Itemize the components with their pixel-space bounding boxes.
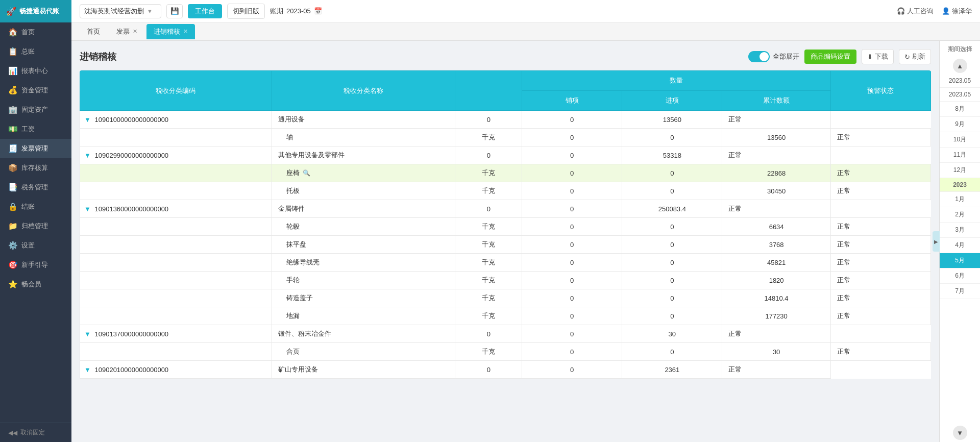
code-setting-button[interactable]: 商品编码设置: [804, 50, 856, 64]
table-cell-total: 30450: [722, 182, 830, 200]
sidebar-item-assets[interactable]: 🏢 固定资产: [0, 100, 71, 119]
table-cell-total: 13560: [622, 111, 722, 129]
service-button[interactable]: 🎧 人工咨询: [897, 7, 934, 16]
scroll-up-button[interactable]: ▲: [953, 59, 967, 73]
member-icon: ⭐: [8, 280, 17, 289]
sidebar-label-inventory: 库存核算: [21, 163, 48, 173]
sidebar-item-guide[interactable]: 🎯 新手引导: [0, 255, 71, 275]
table-cell-sales: 0: [522, 218, 622, 236]
period-display: 账期 2023-05 📅: [270, 7, 322, 16]
refresh-button[interactable]: ↻ 刷新: [899, 49, 931, 64]
sidebar-item-home[interactable]: 🏠 首页: [0, 22, 71, 42]
expand-toggle[interactable]: [748, 51, 770, 62]
table-row-code: [80, 272, 272, 289]
period-item[interactable]: 4月: [940, 238, 980, 253]
table-cell-purchase: 0: [622, 164, 722, 182]
right-panel: ▶ 期间选择 ▲ 2023.052023.058月9月10月11月12月2023…: [939, 41, 980, 442]
table-row: ▼ 10901000000000000000: [80, 111, 272, 129]
collapse-icon[interactable]: ▼: [84, 116, 91, 124]
sidebar-item-close[interactable]: 🔒 结账: [0, 197, 71, 216]
period-item[interactable]: 6月: [940, 268, 980, 284]
user-menu[interactable]: 👤 徐泽华: [942, 7, 972, 16]
collapse-icon[interactable]: ▼: [84, 152, 91, 159]
period-item[interactable]: 2023.05: [940, 74, 980, 88]
sidebar-item-ledger[interactable]: 📋 总账: [0, 42, 71, 61]
table-cell-purchase: 0: [622, 254, 722, 272]
company-selector[interactable]: 沈海英测试经营勿删 ▼: [80, 4, 161, 18]
period-item[interactable]: 12月: [940, 163, 980, 178]
period-item[interactable]: 3月: [940, 223, 980, 238]
period-item[interactable]: 7月: [940, 284, 980, 299]
tab-invoice[interactable]: 发票 ✕: [109, 24, 144, 39]
workbench-button[interactable]: 工作台: [188, 4, 222, 18]
period-item[interactable]: 1月: [940, 192, 980, 207]
save-button[interactable]: 💾: [166, 4, 183, 18]
table-cell-sales: 0: [455, 111, 522, 129]
sidebar-item-member[interactable]: ⭐ 畅会员: [0, 275, 71, 294]
oldver-button[interactable]: 切到旧版: [227, 4, 265, 19]
panel-toggle[interactable]: ▶: [933, 231, 940, 252]
col-tax-name: 税收分类名称: [272, 71, 455, 111]
sidebar-item-archive[interactable]: 📁 归档管理: [0, 216, 71, 236]
expand-label: 全部展开: [773, 52, 799, 61]
table-row-code: [80, 182, 272, 200]
col-total: 累计数额: [722, 91, 830, 111]
tab-home[interactable]: 首页: [80, 24, 107, 39]
collapse-icon[interactable]: ▼: [84, 205, 91, 213]
sidebar-item-salary[interactable]: 💵 工资: [0, 119, 71, 139]
refresh-label: 刷新: [912, 52, 925, 61]
table-cell-sales: 0: [455, 200, 522, 218]
sidebar-label-assets: 固定资产: [21, 105, 48, 114]
period-item[interactable]: 8月: [940, 102, 980, 117]
table-cell-status: 正常: [830, 182, 930, 200]
table-cell-sales: 0: [522, 307, 622, 325]
table-cell-status: 正常: [830, 218, 930, 236]
company-name: 沈海英测试经营勿删: [84, 7, 144, 16]
sidebar-label-reports: 报表中心: [21, 66, 48, 76]
table-cell-status: 正常: [830, 307, 930, 325]
sidebar-item-settings[interactable]: ⚙️ 设置: [0, 236, 71, 255]
table-cell-unit: 千克: [455, 236, 522, 254]
period-item[interactable]: 2023.05: [940, 88, 980, 102]
download-button[interactable]: ⬇ 下载: [862, 49, 894, 64]
content-main: 进销稽核 全部展开 商品编码设置 ⬇ 下载 ↻ 刷新: [71, 41, 939, 442]
settings-icon: ⚙️: [8, 241, 17, 250]
table-cell-sales: 0: [455, 146, 522, 164]
collapse-icon[interactable]: ▼: [84, 330, 91, 338]
table-cell-purchase: 0: [622, 272, 722, 289]
period-value: 2023-05: [286, 7, 311, 15]
sidebar-label-salary: 工资: [21, 125, 35, 134]
table-cell-name: 金属铸件: [272, 200, 455, 218]
close-icon[interactable]: ✕: [183, 28, 188, 35]
collapse-icon[interactable]: ▼: [84, 366, 91, 374]
sidebar-item-funds[interactable]: 💰 资金管理: [0, 81, 71, 100]
period-item[interactable]: 11月: [940, 148, 980, 163]
table-cell-status: 正常: [722, 361, 830, 379]
table-cell-unit: 千克: [455, 129, 522, 146]
save-icon: 💾: [170, 7, 179, 15]
tab-home-label: 首页: [87, 27, 100, 36]
table-cell-sales: 0: [522, 254, 622, 272]
sidebar-item-inventory[interactable]: 📦 库存核算: [0, 158, 71, 178]
period-item[interactable]: 5月: [940, 253, 980, 268]
period-item[interactable]: 9月: [940, 117, 980, 132]
table-cell-status: 正常: [830, 164, 930, 182]
sidebar-unpin[interactable]: ◀◀ 取消固定: [0, 423, 71, 442]
table-cell-unit: 千克: [455, 182, 522, 200]
sidebar-item-invoice[interactable]: 🧾 发票管理: [0, 139, 71, 158]
archive-icon: 📁: [8, 222, 17, 231]
close-account-icon: 🔒: [8, 202, 17, 211]
table-cell-name: 其他专用设备及零部件: [272, 146, 455, 164]
sidebar-item-reports[interactable]: 📊 报表中心: [0, 61, 71, 81]
close-icon[interactable]: ✕: [133, 28, 137, 35]
sidebar-label-archive: 归档管理: [21, 222, 48, 231]
period-item[interactable]: 10月: [940, 132, 980, 148]
period-item[interactable]: 2月: [940, 207, 980, 223]
table-cell-unit: 千克: [455, 164, 522, 182]
sidebar-item-tax[interactable]: 📑 税务管理: [0, 178, 71, 197]
search-icon[interactable]: 🔍: [303, 169, 310, 177]
table-cell-total: 22868: [722, 164, 830, 182]
scroll-down-button[interactable]: ▼: [953, 426, 967, 440]
tab-reconcile[interactable]: 进销稽核 ✕: [146, 24, 195, 39]
period-item[interactable]: 2023: [940, 178, 980, 192]
